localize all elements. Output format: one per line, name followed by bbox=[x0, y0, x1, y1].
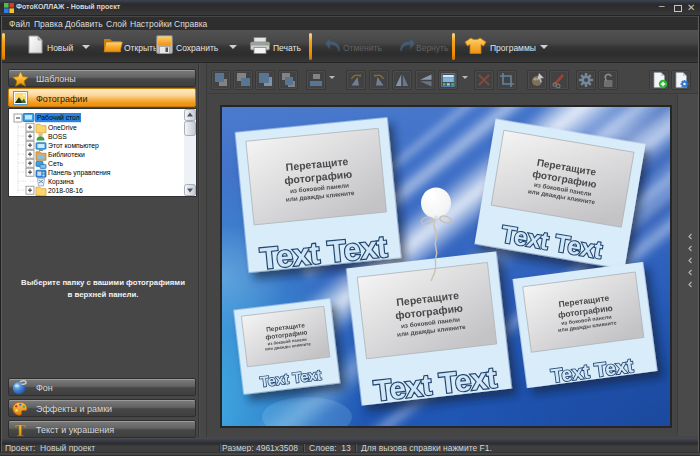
svg-text:2018-08-16: 2018-08-16 bbox=[48, 187, 83, 194]
svg-text:Сеть: Сеть bbox=[48, 160, 64, 167]
svg-text:Рабочий стол: Рабочий стол bbox=[37, 114, 80, 121]
svg-text:Корзина: Корзина bbox=[48, 178, 74, 186]
svg-text:Панель управления: Панель управления bbox=[48, 169, 111, 177]
svg-text:BOSS: BOSS bbox=[48, 133, 67, 140]
svg-text:OneDrive: OneDrive bbox=[48, 124, 77, 131]
svg-text:Библиотеки: Библиотеки bbox=[48, 151, 85, 158]
svg-text:T: T bbox=[15, 422, 26, 438]
svg-text:Этот компьютер: Этот компьютер bbox=[48, 142, 99, 150]
